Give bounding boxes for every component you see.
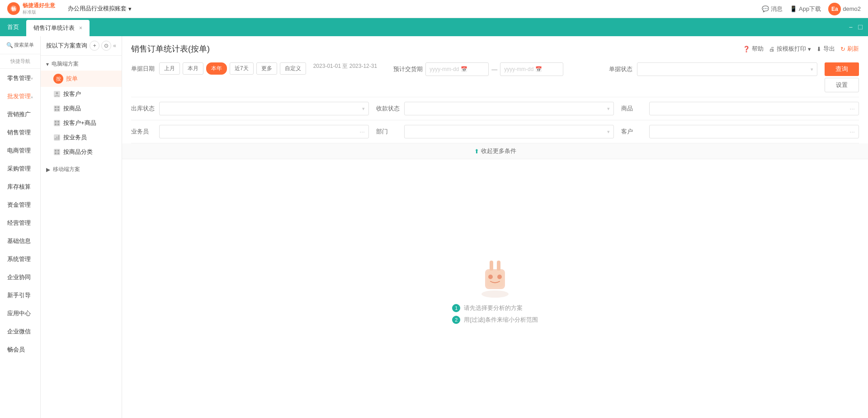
sidebar-enterprise-label: 企业协同 — [7, 273, 31, 281]
main-layout: 🔍 搜索菜单 快捷导航 零售管理 ▾ 批发管理 ▴ 营销推广 销售管理 电商管 — [0, 36, 868, 418]
brand-subtitle: 标准版 — [23, 9, 55, 15]
delivery-status-group: 出库状态 ▾ — [131, 102, 369, 115]
sidebar-item-system[interactable]: 系统管理 — [2, 251, 38, 268]
sidebar-item-enterprise[interactable]: 企业协同 — [2, 269, 38, 286]
sidebar-item-ecommerce[interactable]: 电商管理 — [2, 142, 38, 159]
tab-minimize-btn[interactable]: － — [847, 23, 854, 32]
filter-header: 销售订单统计表(按单) ❓ 帮助 🖨 按模板打印 ▾ ⬇ 导出 — [122, 36, 868, 58]
sidebar-item-operations[interactable]: 经营管理 — [2, 214, 38, 232]
sidebar-item-appcenter[interactable]: 应用中心 — [2, 305, 38, 322]
page-title: 销售订单统计表(按单) — [131, 43, 210, 54]
svg-rect-15 — [55, 138, 56, 140]
status-arrow-icon: ▾ — [811, 66, 813, 72]
date-btn-7days[interactable]: 近7天 — [230, 62, 254, 75]
sidebar-search-label: 搜索菜单 — [14, 42, 34, 48]
sidebar: 🔍 搜索菜单 快捷导航 零售管理 ▾ 批发管理 ▴ 营销推广 销售管理 电商管 — [0, 36, 41, 418]
sidebar-operations-label: 经营管理 — [7, 219, 31, 227]
date-btn-this-month[interactable]: 本月 — [183, 62, 203, 75]
app-download-action[interactable]: 📱 App下载 — [790, 5, 821, 13]
step-2-icon: 2 — [452, 316, 460, 324]
date-btn-custom[interactable]: 自定义 — [280, 62, 306, 75]
sidebar-item-member[interactable]: 畅会员 — [2, 341, 38, 358]
svg-rect-5 — [55, 106, 57, 108]
sidebar-search-item[interactable]: 🔍 搜索菜单 — [0, 38, 40, 52]
scheme-active-icon: 按 — [53, 74, 63, 84]
date-placeholder-1: yyyy-mm-dd — [429, 66, 459, 72]
expected-date-end[interactable]: yyyy-mm-dd 📅 — [500, 62, 563, 76]
scheme-item-by-customer[interactable]: 按客户 — [41, 87, 122, 101]
svg-point-26 — [488, 275, 493, 279]
sidebar-quick-section: 快捷导航 — [0, 54, 40, 69]
payment-status-select[interactable]: ▾ — [404, 102, 614, 115]
scheme-item-by-customer-goods[interactable]: 按客户+商品 — [41, 116, 122, 130]
scheme-item-by-goods[interactable]: 按商品 — [41, 101, 122, 116]
sidebar-item-purchase[interactable]: 采购管理 — [2, 160, 38, 177]
status-select[interactable]: ▾ — [637, 62, 817, 76]
help-btn[interactable]: ❓ 帮助 — [743, 45, 764, 53]
date-btn-this-year[interactable]: 本年 — [206, 62, 227, 75]
collapse-more-btn[interactable]: ⬆ 收起更多条件 — [474, 147, 516, 155]
sidebar-appcenter-label: 应用中心 — [7, 309, 31, 318]
scheme-pc-group-header[interactable]: ▾ 电脑端方案 — [41, 57, 122, 71]
scheme-item-by-category[interactable]: 按商品分类 — [41, 145, 122, 159]
customer-input[interactable]: ··· — [649, 125, 859, 138]
scheme-mobile-group-header[interactable]: ▶ 移动端方案 — [41, 163, 122, 176]
sidebar-item-inventory[interactable]: 库存核算 — [2, 178, 38, 195]
refresh-label: 刷新 — [847, 45, 859, 53]
date-btn-more[interactable]: 更多 — [256, 62, 277, 75]
page-selector-dropdown[interactable]: 办公用品行业模拟账套 ▾ — [68, 5, 132, 13]
scheme-panel: 按以下方案查询 + ⊙ « ▾ 电脑端方案 按 按单 — [41, 36, 122, 418]
tab-home[interactable]: 首页 — [0, 18, 26, 36]
message-label: 消息 — [771, 5, 783, 13]
date-btn-last-month[interactable]: 上月 — [159, 62, 180, 75]
svg-rect-6 — [57, 106, 59, 108]
sidebar-member-label: 畅会员 — [7, 346, 25, 354]
sidebar-item-sales[interactable]: 销售管理 — [2, 124, 38, 141]
scheme-item-by-order[interactable]: 按 按单 — [41, 71, 122, 87]
sidebar-item-guide[interactable]: 新手引导 — [2, 287, 38, 304]
tab-close-icon[interactable]: × — [79, 25, 82, 31]
delivery-status-select[interactable]: ▾ — [159, 102, 369, 115]
refresh-btn[interactable]: ↻ 刷新 — [840, 45, 859, 53]
svg-rect-7 — [55, 109, 57, 111]
filter-row-3: 业务员 ··· 部门 ▾ 客户 — [131, 120, 859, 143]
message-action[interactable]: 💬 消息 — [762, 5, 783, 13]
sidebar-item-marketing[interactable]: 营销推广 — [2, 106, 38, 123]
scheme-item-by-salesperson[interactable]: 按业务员 — [41, 130, 122, 145]
sidebar-item-wholesale[interactable]: 批发管理 ▴ — [2, 88, 38, 105]
sidebar-search-section: 🔍 搜索菜单 — [0, 36, 40, 54]
phone-icon: 📱 — [790, 5, 797, 12]
scheme-add-btn[interactable]: + — [90, 41, 99, 51]
expected-date-start[interactable]: yyyy-mm-dd 📅 — [425, 62, 489, 76]
search-btn[interactable]: 查询 — [825, 62, 859, 76]
sidebar-wechat-label: 企业微信 — [7, 328, 31, 336]
svg-rect-17 — [58, 135, 59, 140]
sidebar-inventory-label: 库存核算 — [7, 183, 31, 191]
sidebar-item-basic[interactable]: 基础信息 — [2, 233, 38, 250]
sidebar-item-finance[interactable]: 资金管理 — [2, 196, 38, 214]
dept-label: 部门 — [376, 128, 401, 136]
scheme-collapse-btn[interactable]: « — [113, 43, 116, 49]
date-label: 单据日期 — [131, 65, 156, 73]
export-btn[interactable]: ⬇ 导出 — [816, 45, 835, 53]
content-area: 按以下方案查询 + ⊙ « ▾ 电脑端方案 按 按单 — [41, 36, 868, 418]
scheme-goods-icon — [53, 105, 61, 112]
status-filter-group: 单据状态 ▾ — [609, 62, 817, 76]
customer-label: 客户 — [621, 128, 646, 136]
tab-maximize-btn[interactable]: □ — [858, 23, 863, 31]
user-profile[interactable]: Ea demo2 — [828, 3, 861, 15]
goods-dots: ··· — [849, 105, 855, 112]
sidebar-item-retail[interactable]: 零售管理 ▾ — [2, 70, 38, 87]
tab-sales-stats[interactable]: 销售订单统计表 × — [26, 20, 90, 36]
settings-btn[interactable]: 设置 — [825, 78, 859, 92]
scheme-edit-btn[interactable]: ⊙ — [101, 41, 111, 51]
empty-state: 1 请先选择要分析的方案 2 用[过滤]条件来缩小分析范围 — [122, 159, 868, 418]
dept-select[interactable]: ▾ — [404, 125, 614, 138]
print-btn[interactable]: 🖨 按模板打印 ▾ — [769, 45, 811, 53]
sidebar-item-wechat[interactable]: 企业微信 — [2, 323, 38, 340]
goods-input[interactable]: ··· — [649, 102, 859, 115]
svg-rect-21 — [55, 152, 57, 154]
salesperson-input[interactable]: ··· — [159, 125, 369, 138]
scheme-item-label-sales: 按业务员 — [63, 133, 87, 142]
expected-date-label: 预计交货期 — [393, 65, 423, 73]
